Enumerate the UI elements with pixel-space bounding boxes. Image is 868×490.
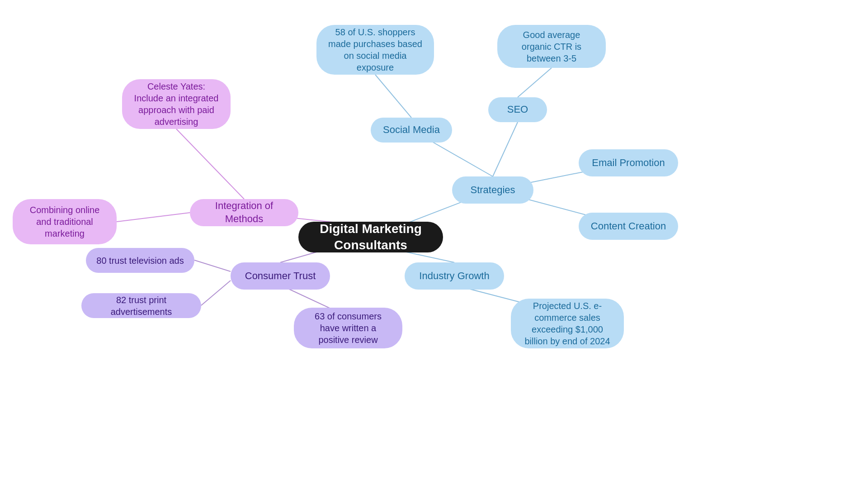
celeste-node: Celeste Yates: Include an integrated app… bbox=[122, 79, 231, 129]
integration-node: Integration of Methods bbox=[190, 199, 298, 226]
social-media-stat-node: 58 of U.S. shoppers made purchases based… bbox=[316, 25, 434, 75]
svg-line-12 bbox=[201, 281, 231, 305]
industry-growth-node: Industry Growth bbox=[405, 262, 504, 290]
seo-stat-node: Good average organic CTR is between 3-5 bbox=[497, 25, 606, 68]
tv-ads-node: 80 trust television ads bbox=[86, 248, 194, 273]
content-creation-node: Content Creation bbox=[579, 213, 678, 240]
svg-line-2 bbox=[493, 122, 518, 176]
strategies-node: Strategies bbox=[452, 176, 533, 204]
consumer-trust-node: Consumer Trust bbox=[231, 262, 330, 290]
svg-line-8 bbox=[176, 129, 244, 199]
combining-node: Combining online and traditional marketi… bbox=[13, 199, 117, 244]
svg-line-9 bbox=[117, 213, 190, 222]
center-node: Digital Marketing Consultants bbox=[298, 222, 443, 252]
svg-line-6 bbox=[518, 68, 552, 97]
email-promotion-node: Email Promotion bbox=[579, 149, 678, 176]
positive-review-node: 63 of consumers have written a positive … bbox=[294, 308, 402, 348]
seo-node: SEO bbox=[488, 97, 547, 122]
svg-line-5 bbox=[375, 75, 411, 118]
social-media-node: Social Media bbox=[371, 118, 452, 143]
ecommerce-stat-node: Projected U.S. e-commerce sales exceedin… bbox=[511, 299, 624, 348]
print-ads-node: 82 trust print advertisements bbox=[81, 293, 201, 318]
svg-line-11 bbox=[194, 260, 231, 271]
